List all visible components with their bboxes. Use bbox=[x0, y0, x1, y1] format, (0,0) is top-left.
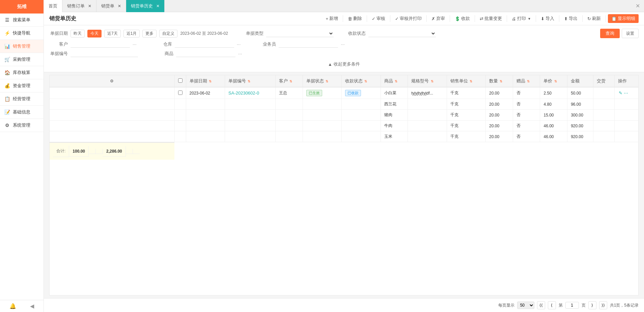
refresh-button[interactable]: ↻ 刷新 bbox=[585, 14, 604, 23]
table-header-row: ⚙ 单据日期 ⇅ 单据编号 ⇅ 客户 ⇅ bbox=[50, 75, 638, 87]
divider-4 bbox=[426, 15, 427, 22]
audit-print-button[interactable]: ✓ 审核并打印 bbox=[392, 14, 424, 23]
sidebar-item-sales-mgmt[interactable]: 📊 销售管理 bbox=[0, 40, 44, 53]
print-button[interactable]: 🖨 打印 ▼ bbox=[509, 14, 534, 23]
collect-button[interactable]: 💲 收款 bbox=[452, 14, 473, 23]
staff-ellipsis-btn[interactable]: ··· bbox=[341, 42, 345, 47]
doc-type-select[interactable] bbox=[266, 30, 334, 37]
col-doc-date[interactable]: 单据日期 ⇅ bbox=[186, 75, 225, 87]
divider-3 bbox=[390, 15, 390, 22]
row-customer bbox=[275, 110, 303, 121]
discard-button[interactable]: ✗ 弃审 bbox=[429, 14, 448, 23]
row-doc-no bbox=[225, 110, 276, 121]
warehouse-input[interactable] bbox=[175, 41, 234, 48]
page-number-input[interactable] bbox=[565, 302, 579, 309]
payment-status-select[interactable] bbox=[368, 30, 436, 37]
print-icon: 🖨 bbox=[512, 16, 516, 21]
date-btn-last7days[interactable]: 近7天 bbox=[104, 30, 121, 37]
edit-button[interactable]: ✎ bbox=[619, 90, 622, 96]
next-page-button[interactable]: ⟩ bbox=[588, 301, 596, 309]
tab-sales-order-label: 销售订单 bbox=[67, 3, 85, 9]
col-gift[interactable]: 赠品 ⇅ bbox=[513, 75, 540, 87]
audit-label: 审核 bbox=[376, 16, 385, 22]
show-detail-button[interactable]: 📋 显示明细 bbox=[608, 14, 639, 23]
col-goods[interactable]: 商品 ⇅ bbox=[381, 75, 408, 87]
tab-sales-history[interactable]: 销货单历史 ✕ bbox=[126, 0, 165, 12]
sidebar-item-search-menu[interactable]: ☰ 搜索菜单 bbox=[0, 14, 44, 27]
row-settings bbox=[50, 131, 174, 142]
row-unit: 千克 bbox=[447, 121, 485, 131]
col-price-label: 单价 bbox=[543, 78, 552, 83]
first-page-button[interactable]: ⟨⟨ bbox=[537, 301, 545, 309]
date-btn-yesterday[interactable]: 昨天 bbox=[71, 30, 85, 37]
sidebar-item-label: 资金管理 bbox=[13, 83, 30, 89]
export-button[interactable]: ⬆ 导出 bbox=[561, 14, 580, 23]
inventory-icon: 🏠 bbox=[4, 70, 10, 75]
table-row: 牛肉千克20.00否46.00920.00 bbox=[50, 121, 638, 131]
filter-settings-button[interactable]: 设置 bbox=[622, 29, 639, 38]
delete-button[interactable]: 🗑 删除 bbox=[345, 14, 365, 23]
sidebar-item-label: 库存核算 bbox=[13, 70, 30, 76]
collapse-sidebar-button[interactable]: ◀ bbox=[30, 303, 34, 309]
row-checkbox-input[interactable] bbox=[178, 90, 183, 95]
tab-home[interactable]: 首页 bbox=[44, 0, 62, 12]
sidebar-item-label: 快捷导航 bbox=[13, 30, 30, 36]
close-all-tabs-button[interactable]: ✕ bbox=[632, 3, 644, 9]
batch-change-button[interactable]: ⇄ 批量变更 bbox=[477, 14, 505, 23]
customer-input[interactable] bbox=[71, 41, 130, 48]
warehouse-ellipsis-btn[interactable]: ··· bbox=[237, 42, 241, 47]
col-payment-status[interactable]: 收款状态 ⇅ bbox=[342, 75, 381, 87]
tab-sales-order[interactable]: 销售订单 ✕ bbox=[62, 0, 96, 12]
customer-ellipsis-btn[interactable]: ··· bbox=[133, 42, 137, 47]
tab-sales-history-close[interactable]: ✕ bbox=[156, 4, 160, 8]
new-label: 新增 bbox=[329, 16, 338, 22]
col-price[interactable]: 单价 ⇅ bbox=[540, 75, 567, 87]
sidebar-item-operations[interactable]: 📋 经营管理 bbox=[0, 93, 44, 106]
audit-button[interactable]: ✓ 审核 bbox=[369, 14, 388, 23]
filter-area: 单据日期 昨天 今天 近7天 近1月 更多 自定义 2023-06-02 至 2… bbox=[44, 25, 644, 72]
staff-input[interactable] bbox=[279, 41, 338, 48]
tab-sales-goods-close[interactable]: ✕ bbox=[118, 4, 121, 8]
sidebar-item-quick-nav[interactable]: ⚡ 快捷导航 bbox=[0, 27, 44, 40]
row-goods: 玉米 bbox=[381, 131, 408, 142]
prev-page-button[interactable]: ⟨ bbox=[548, 301, 556, 309]
new-button[interactable]: + 新增 bbox=[323, 14, 341, 23]
last-page-button[interactable]: ⟩⟩ bbox=[599, 301, 607, 309]
col-doc-no[interactable]: 单据编号 ⇅ bbox=[225, 75, 276, 87]
per-page-select[interactable]: 50 20 100 bbox=[517, 302, 534, 309]
notification-button[interactable]: 🔔 bbox=[9, 303, 16, 309]
sidebar-item-basic-info[interactable]: 📝 基础信息 bbox=[0, 106, 44, 119]
sidebar-item-inventory[interactable]: 🏠 库存核算 bbox=[0, 66, 44, 79]
import-button[interactable]: ⬇ 导入 bbox=[538, 14, 557, 23]
data-table: ⚙ 单据日期 ⇅ 单据编号 ⇅ 客户 ⇅ bbox=[50, 75, 638, 160]
payment-status-badge: 已收款 bbox=[345, 90, 361, 96]
sidebar-item-purchase-mgmt[interactable]: 🛒 采购管理 bbox=[0, 53, 44, 66]
select-all-checkbox[interactable] bbox=[178, 78, 183, 83]
date-btn-custom[interactable]: 自定义 bbox=[159, 30, 177, 37]
date-btn-more[interactable]: 更多 bbox=[142, 30, 157, 37]
divider-8 bbox=[536, 15, 536, 22]
row-delivery bbox=[593, 99, 615, 110]
date-btn-today[interactable]: 今天 bbox=[87, 30, 102, 37]
collapse-filter-button[interactable]: ▲ 收起更多条件 bbox=[324, 60, 364, 69]
doc-no-input[interactable] bbox=[71, 50, 138, 57]
doc-type-filter: 单据类型 bbox=[245, 30, 334, 37]
col-qty[interactable]: 数量 ⇅ bbox=[486, 75, 513, 87]
more-button[interactable]: ⋯ bbox=[624, 90, 628, 96]
tab-sales-order-close[interactable]: ✕ bbox=[88, 4, 91, 8]
tab-sales-goods[interactable]: 销货单 ✕ bbox=[96, 0, 126, 12]
sidebar-item-system-mgmt[interactable]: ⚙ 系统管理 bbox=[0, 119, 44, 132]
date-btn-last1month[interactable]: 近1月 bbox=[123, 30, 140, 37]
col-customer[interactable]: 客户 ⇅ bbox=[275, 75, 303, 87]
goods-ellipsis-btn[interactable]: ··· bbox=[238, 51, 242, 56]
row-checkbox bbox=[174, 99, 186, 110]
system-mgmt-icon: ⚙ bbox=[4, 123, 10, 128]
col-doc-status[interactable]: 单据状态 ⇅ bbox=[303, 75, 341, 87]
query-button[interactable]: 查询 bbox=[600, 29, 620, 38]
col-spec[interactable]: 规格型号 ⇅ bbox=[408, 75, 447, 87]
goods-input[interactable] bbox=[176, 50, 235, 57]
sidebar-item-finance[interactable]: 💰 资金管理 bbox=[0, 79, 44, 93]
col-settings[interactable]: ⚙ bbox=[50, 75, 174, 87]
col-unit[interactable]: 销售单位 ⇅ bbox=[447, 75, 485, 87]
doc-no-link[interactable]: SA-20230602-0 bbox=[228, 90, 259, 96]
